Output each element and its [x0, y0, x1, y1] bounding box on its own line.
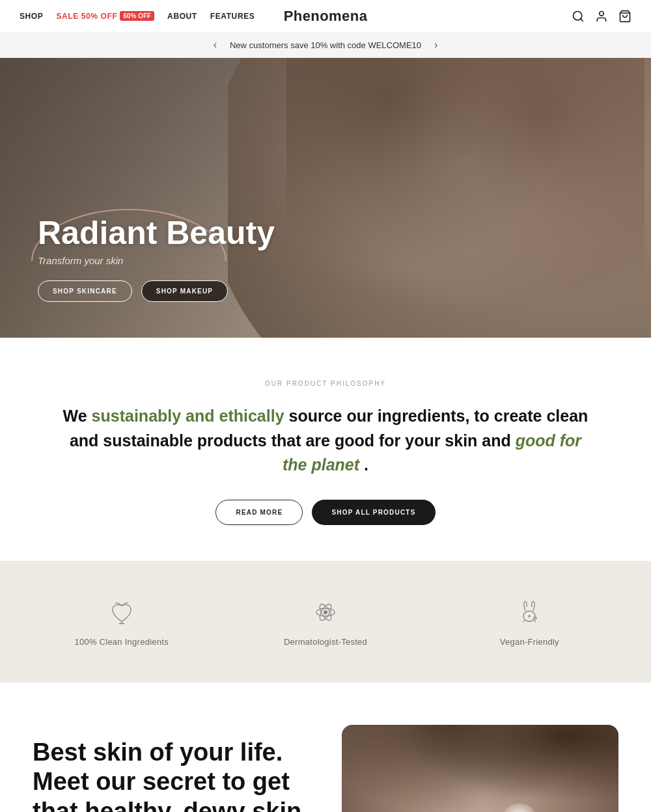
- nav-about[interactable]: ABOUT: [167, 12, 197, 21]
- nav-sale-badge: 60% OFF: [120, 11, 154, 21]
- announcement-next[interactable]: ›: [434, 39, 437, 51]
- hero-subtitle: Transform your skin: [38, 255, 275, 266]
- philosophy-section: OUR PRODUCT PHILOSOPHY We sustainably an…: [0, 338, 651, 561]
- badge-vegan: Vegan-Friendly: [428, 597, 631, 647]
- announcement-message: New customers save 10% with code WELCOME…: [230, 40, 421, 50]
- svg-point-2: [600, 11, 604, 16]
- nav-shop[interactable]: SHOP: [20, 12, 43, 21]
- hero-content: Radiant Beauty Transform your skin SHOP …: [38, 216, 275, 303]
- svg-point-8: [324, 610, 327, 614]
- shop-skincare-button[interactable]: SHOP SKINCARE: [38, 280, 132, 302]
- philosophy-text-part1: We: [63, 407, 92, 425]
- nav-features[interactable]: FEATURES: [210, 12, 255, 21]
- philosophy-text-green: sustainably and ethically: [92, 407, 284, 425]
- badge-clean-label: 100% Clean Ingredients: [74, 637, 168, 647]
- svg-line-1: [581, 18, 583, 21]
- atom-icon: [310, 597, 341, 628]
- philosophy-buttons: READ MORE SHOP ALL PRODUCTS: [52, 500, 599, 525]
- nav-right: [572, 10, 631, 23]
- announcement-prev[interactable]: ‹: [214, 39, 217, 51]
- account-icon[interactable]: [595, 10, 608, 23]
- shop-makeup-button[interactable]: ShOP MAKEUP: [141, 280, 228, 302]
- philosophy-text: We sustainably and ethically source our …: [59, 404, 592, 478]
- hero-buttons: SHOP SKINCARE ShOP MAKEUP: [38, 280, 275, 302]
- navbar: SHOP SALE 50% OFF 60% OFF ABOUT FEATURES…: [0, 0, 651, 33]
- philosophy-text-end: .: [364, 455, 368, 474]
- feature-right: [342, 725, 618, 813]
- rabbit-icon: [514, 597, 545, 628]
- hero-title: Radiant Beauty: [38, 216, 275, 250]
- nav-sale[interactable]: SALE 50% OFF 60% OFF: [56, 11, 154, 21]
- svg-point-10: [529, 616, 530, 617]
- badges-section: 100% Clean Ingredients Dermatologist-Tes…: [0, 561, 651, 683]
- feature-section: Best skin of your life. Meet our secret …: [0, 683, 651, 813]
- cart-icon[interactable]: [618, 10, 631, 23]
- feature-left: Best skin of your life. Meet our secret …: [33, 725, 309, 813]
- search-icon[interactable]: [572, 10, 585, 23]
- shop-all-products-button[interactable]: SHOP ALL PRODUCTS: [312, 500, 435, 525]
- feature-hair: [342, 725, 618, 813]
- badge-derm-label: Dermatologist-Tested: [284, 637, 367, 647]
- announcement-bar: ‹ New customers save 10% with code WELCO…: [0, 33, 651, 58]
- nav-sale-label: SALE 50% OFF: [56, 12, 117, 21]
- badge-clean-ingredients: 100% Clean Ingredients: [20, 597, 223, 647]
- feature-title: Best skin of your life. Meet our secret …: [33, 738, 309, 813]
- hero-section: Radiant Beauty Transform your skin SHOP …: [0, 58, 651, 338]
- nav-brand[interactable]: Phenomena: [284, 8, 368, 25]
- leaf-icon: [106, 597, 137, 628]
- badge-dermatologist: Dermatologist-Tested: [223, 597, 427, 647]
- nav-left: SHOP SALE 50% OFF 60% OFF ABOUT FEATURES: [20, 11, 255, 21]
- philosophy-label: OUR PRODUCT PHILOSOPHY: [52, 380, 599, 387]
- feature-image: [342, 725, 618, 813]
- badge-vegan-label: Vegan-Friendly: [500, 637, 559, 647]
- read-more-button[interactable]: READ MORE: [215, 500, 303, 525]
